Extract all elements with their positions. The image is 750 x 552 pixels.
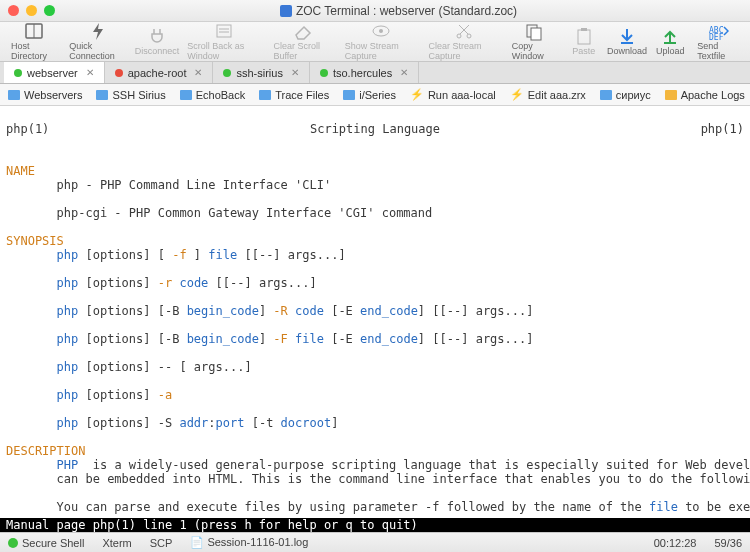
status-log: 📄 Session-1116-01.log <box>190 536 308 549</box>
status-pos: 59/36 <box>714 537 742 549</box>
synopsis-3: php [options] [-B begin_code] -R code [-… <box>6 304 533 318</box>
section-synopsis: SYNOPSIS <box>6 234 64 248</box>
terminal-view[interactable]: php(1)Scripting Languagephp(1) NAME php … <box>0 106 750 518</box>
desc-3: You can parse and execute files by using… <box>6 500 750 514</box>
synopsis-6: php [options] -a <box>6 388 172 402</box>
status-indicator-icon <box>8 538 18 548</box>
up-icon <box>659 27 681 45</box>
folder-icon <box>259 90 271 100</box>
send-icon: ABCDEF <box>707 22 729 40</box>
down-icon <box>616 27 638 45</box>
desc-2: can be embedded into HTML. This is the c… <box>6 472 750 486</box>
bookmark-i-series[interactable]: i/Series <box>343 89 396 101</box>
man-header-left: php(1) <box>6 122 49 136</box>
bookmark-сириус[interactable]: сириус <box>600 89 651 101</box>
svg-point-8 <box>467 34 471 38</box>
toolbar-clear-scroll-buffer: Clear Scroll Buffer <box>268 21 337 62</box>
toolbar-host-directory[interactable]: Host Directory <box>6 21 62 62</box>
close-tab-icon[interactable]: ✕ <box>194 67 202 78</box>
toolbar-show-stream-capture: Show Stream Capture <box>340 21 422 62</box>
pager-status: Manual page php(1) line 1 (press h for h… <box>0 518 750 532</box>
synopsis-5: php [options] -- [ args...] <box>6 360 252 374</box>
bolt-icon <box>87 22 109 40</box>
folder-icon <box>665 90 677 100</box>
toolbar-disconnect: Disconnect <box>134 26 180 57</box>
folder-icon <box>180 90 192 100</box>
script-icon: ⚡ <box>410 88 424 101</box>
titlebar: ZOC Terminal : webserver (Standard.zoc) <box>0 0 750 22</box>
tab-webserver[interactable]: webserver✕ <box>4 62 105 83</box>
script-icon: ⚡ <box>510 88 524 101</box>
svg-rect-10 <box>531 28 541 40</box>
zoom-icon[interactable] <box>44 5 55 16</box>
bookmark-webservers[interactable]: Webservers <box>8 89 82 101</box>
close-tab-icon[interactable]: ✕ <box>400 67 408 78</box>
toolbar-quick-connection[interactable]: Quick Connection <box>64 21 132 62</box>
status-term: Xterm <box>102 537 131 549</box>
status-bar: Secure Shell Xterm SCP 📄 Session-1116-01… <box>0 532 750 552</box>
plug-icon <box>146 27 168 45</box>
svg-point-6 <box>379 29 383 33</box>
paste-icon <box>573 27 595 45</box>
book-icon <box>23 22 45 40</box>
svg-point-7 <box>457 34 461 38</box>
bookmark-ssh-sirius[interactable]: SSH Sirius <box>96 89 165 101</box>
close-icon[interactable] <box>8 5 19 16</box>
status-time: 00:12:28 <box>654 537 697 549</box>
erase-icon <box>292 22 314 40</box>
tab-strip: webserver✕apache-root✕ssh-sirius✕tso.her… <box>0 62 750 84</box>
minimize-icon[interactable] <box>26 5 37 16</box>
synopsis-4: php [options] [-B begin_code] -F file [-… <box>6 332 533 346</box>
window-title: ZOC Terminal : webserver (Standard.zoc) <box>55 4 742 18</box>
section-name: NAME <box>6 164 35 178</box>
bookmarks-bar: WebserversSSH SiriusEchoBackTrace Filesi… <box>0 84 750 106</box>
desc-1: PHP is a widely-used general-purpose scr… <box>6 458 750 472</box>
tab-ssh-sirius[interactable]: ssh-sirius✕ <box>213 62 309 83</box>
status-dot-icon <box>14 69 22 77</box>
synopsis-1: php [options] [ -f ] file [[--] args...] <box>6 248 346 262</box>
toolbar: Host DirectoryQuick ConnectionDisconnect… <box>0 22 750 62</box>
status-dot-icon <box>223 69 231 77</box>
close-tab-icon[interactable]: ✕ <box>291 67 299 78</box>
tab-apache-root[interactable]: apache-root✕ <box>105 62 214 83</box>
status-dot-icon <box>115 69 123 77</box>
toolbar-copy-window[interactable]: Copy Window <box>507 21 562 62</box>
status-dot-icon <box>320 69 328 77</box>
synopsis-7: php [options] -S addr:port [-t docroot] <box>6 416 338 430</box>
bookmark-trace-files[interactable]: Trace Files <box>259 89 329 101</box>
toolbar-scroll-back-as-window: Scroll Back as Window <box>182 21 266 62</box>
bookmark-echoback[interactable]: EchoBack <box>180 89 246 101</box>
copy-icon <box>523 22 545 40</box>
svg-rect-11 <box>578 30 590 44</box>
toolbar-paste: Paste <box>564 26 604 57</box>
tab-tso.hercules[interactable]: tso.hercules✕ <box>310 62 419 83</box>
folder-icon <box>8 90 20 100</box>
folder-icon <box>600 90 612 100</box>
toolbar-download[interactable]: Download <box>606 26 649 57</box>
bookmark-apache-logs[interactable]: Apache Logs <box>665 89 745 101</box>
section-description: DESCRIPTION <box>6 444 85 458</box>
name-line-2: php-cgi - PHP Common Gateway Interface '… <box>6 206 432 220</box>
folder-icon <box>96 90 108 100</box>
status-mode: Secure Shell <box>8 537 84 549</box>
bookmark-edit-aaa-zrx[interactable]: ⚡Edit aaa.zrx <box>510 88 586 101</box>
name-line-1: php - PHP Command Line Interface 'CLI' <box>6 178 331 192</box>
man-header-center: Scripting Language <box>49 122 700 136</box>
folder-icon <box>343 90 355 100</box>
scroll-icon <box>213 22 235 40</box>
window-controls <box>8 5 55 16</box>
bookmark-run-aaa-local[interactable]: ⚡Run aaa-local <box>410 88 496 101</box>
svg-text:DEF: DEF <box>709 33 724 41</box>
eye-icon <box>370 22 392 40</box>
svg-rect-2 <box>217 25 231 37</box>
synopsis-2: php [options] -r code [[--] args...] <box>6 276 317 290</box>
close-tab-icon[interactable]: ✕ <box>86 67 94 78</box>
toolbar-upload[interactable]: Upload <box>650 26 690 57</box>
svg-rect-12 <box>581 28 587 31</box>
app-icon <box>280 5 292 17</box>
toolbar-send-textfile[interactable]: ABCDEFSend Textfile <box>692 21 744 62</box>
man-header-right: php(1) <box>701 122 744 136</box>
status-proto: SCP <box>150 537 173 549</box>
toolbar-clear-stream-capture: Clear Stream Capture <box>424 21 505 62</box>
cut-icon <box>453 22 475 40</box>
